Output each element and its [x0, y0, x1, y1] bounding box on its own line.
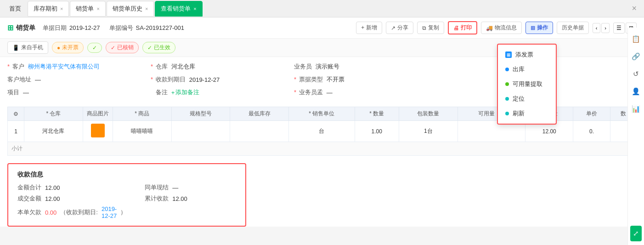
salesperson2-value: —	[327, 89, 333, 96]
deal-amount-row: 成交金额 12.00	[17, 194, 126, 203]
doc-icon: ⊞	[7, 23, 13, 32]
summary-box: 收款信息 金额合计 12.00 同单现结 — 成交金额 12.00 累计收款 1…	[7, 163, 246, 227]
total-amount-value: 12.00	[45, 184, 60, 191]
dot-icon	[505, 97, 509, 101]
subtotal-row: 小计	[8, 142, 637, 156]
summary-title: 收款信息	[17, 171, 236, 179]
salesperson2-label: * 业务员孟	[294, 88, 323, 97]
cumulative-received-label: 累计收款	[145, 194, 169, 203]
tab-label: 销货单历史	[113, 5, 142, 13]
cumulative-received-value: 12.00	[172, 195, 187, 202]
due-note: （收款到期日:	[60, 208, 98, 217]
due-date-field: * 收款到期日 2019-12-27	[151, 75, 279, 84]
close-icon[interactable]: ×	[96, 6, 99, 11]
tab-label: 销货单	[76, 5, 94, 13]
outbound-item[interactable]: 出库	[498, 62, 556, 77]
deal-amount-value: 12.00	[45, 195, 60, 202]
tab-sales-history[interactable]: 销货单历史 ×	[107, 1, 154, 17]
col-unit-price: 单价	[573, 107, 610, 121]
warehouse-field: * 仓库 河北仓库	[151, 63, 279, 71]
current-due-label: 本单欠款	[17, 208, 41, 217]
row-warehouse: 河北仓库	[24, 121, 83, 142]
share-button[interactable]: ↗ 分享	[386, 22, 413, 34]
avail-extract-item[interactable]: 可用量提取	[498, 77, 556, 91]
locate-item[interactable]: 定位	[498, 91, 556, 106]
current-due-row: 本单欠款 0.00 （收款到期日: 2019-12-27 ）	[17, 205, 126, 219]
col-unit: * 销售单位	[289, 107, 355, 121]
number-value: SA-20191227-001	[136, 24, 185, 31]
address-label: 客户地址	[7, 75, 31, 84]
doc-type-label: 销货单	[16, 24, 35, 32]
operation-button[interactable]: ⊞ 操作	[525, 22, 553, 34]
row-unit: 台	[289, 121, 355, 142]
checked-badge[interactable]: ✓	[87, 43, 102, 53]
expand-button[interactable]: ⤢	[630, 226, 642, 241]
already-checked-badge[interactable]: ✓ 已核销	[106, 42, 139, 53]
customer-field: * 客户 柳州粤港平安气体有限公司	[7, 63, 136, 71]
print-button[interactable]: 🖨 打印	[448, 21, 477, 34]
tab-view-sales[interactable]: 查看销货单 ×	[155, 1, 202, 17]
toolbar: + 新增 ↗ 分享 ⧉ 复制 🖨 打印 🚚 物流信息	[356, 21, 637, 34]
grid-icon: ⊞	[531, 25, 535, 31]
doc-date-field: 单据日期 2019-12-27	[43, 24, 100, 32]
row-spec	[171, 121, 230, 142]
col-product-img: 商品图片	[83, 107, 113, 121]
window-close-button[interactable]: ×	[628, 2, 640, 15]
summary-grid: 金额合计 12.00 同单现结 — 成交金额 12.00 累计收款 12.00 …	[17, 183, 236, 219]
from-phone-button[interactable]: 📱 来自手机	[7, 41, 48, 54]
same-order-settle-row: 同单现结 —	[145, 183, 236, 192]
refresh-item[interactable]: 刷新	[498, 106, 556, 121]
add-remark-button[interactable]: + 添加备注	[171, 88, 200, 97]
tab-label: 库存期初	[34, 5, 57, 13]
tab-home[interactable]: 首页	[4, 2, 27, 16]
number-label: 单据编号	[109, 24, 133, 32]
next-button[interactable]: ›	[601, 23, 610, 33]
effective-icon: ✓	[147, 45, 152, 51]
history-button[interactable]: 历史单据	[557, 22, 589, 34]
tab-inventory-init[interactable]: 库存期初 ×	[28, 1, 69, 17]
truck-icon: 🚚	[486, 25, 493, 31]
col-spec: 规格型号	[171, 107, 230, 121]
add-button[interactable]: + 新增	[356, 22, 382, 34]
list-view-button[interactable]: ☰	[613, 23, 625, 34]
dot-icon	[505, 112, 509, 115]
same-order-settle-label: 同单现结	[145, 183, 169, 192]
operation-dropdown: ▦ 添发票 出库 可用量提取 定位 刷新	[497, 44, 557, 125]
address-field: 客户地址 —	[7, 75, 136, 84]
salesperson-label: 业务员	[294, 63, 312, 71]
print-icon: 🖨	[453, 25, 459, 31]
plus-icon: +	[171, 89, 175, 96]
tab-sales-order[interactable]: 销货单 ×	[70, 1, 105, 17]
logistics-button[interactable]: 🚚 物流信息	[481, 22, 522, 34]
sidebar-icon-2[interactable]: 🔗	[629, 49, 643, 64]
customer-label: * 客户	[7, 63, 24, 71]
col-product: * 商品	[113, 107, 171, 121]
deal-amount-label: 成交金额	[17, 194, 41, 203]
row-pkg-qty: 1台	[399, 121, 458, 142]
customer-value[interactable]: 柳州粤港平安气体有限公司	[28, 63, 100, 71]
close-icon[interactable]: ×	[60, 6, 63, 11]
copy-button[interactable]: ⧉ 复制	[417, 22, 444, 34]
col-settings[interactable]: ⚙	[8, 107, 24, 121]
check-circle-icon: ✓	[111, 45, 115, 51]
due-date-value: 2019-12-27	[189, 76, 220, 83]
not-open-badge[interactable]: ● 未开票	[52, 42, 84, 53]
row-unit-price: 0.	[573, 121, 610, 142]
date-value: 2019-12-27	[69, 24, 100, 31]
row-product-img	[83, 121, 113, 142]
close-icon[interactable]: ×	[145, 6, 148, 11]
col-min-stock: 最低库存	[230, 107, 289, 121]
sidebar-icon-1[interactable]: 📋	[629, 31, 643, 47]
sidebar-icon-5[interactable]: 📊	[629, 101, 643, 117]
close-icon[interactable]: ×	[193, 6, 196, 11]
sidebar-icon-3[interactable]: ↺	[630, 66, 642, 82]
prev-button[interactable]: ‹	[593, 23, 601, 33]
remark-label: * 备注	[151, 88, 168, 97]
sidebar-icon-4[interactable]: 👤	[629, 84, 643, 99]
add-invoice-item[interactable]: ▦ 添发票	[498, 47, 556, 62]
row-index: 1	[8, 121, 24, 142]
share-icon: ↗	[391, 25, 395, 31]
same-order-settle-value: —	[172, 184, 178, 191]
already-effective-badge[interactable]: ✓ 已生效	[142, 42, 175, 53]
dot-icon	[505, 82, 509, 86]
